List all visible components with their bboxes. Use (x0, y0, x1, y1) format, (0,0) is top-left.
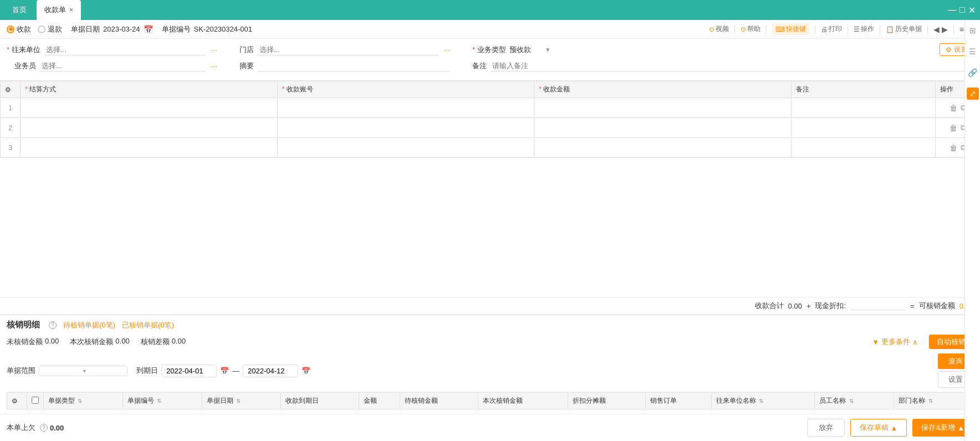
print-btn[interactable]: 🖨 打印 (821, 24, 842, 34)
store-more-btn[interactable]: ··· (443, 45, 450, 54)
cell-account-3[interactable] (277, 138, 534, 158)
range-field: 单据范围 ▾ (7, 366, 127, 376)
tab-receipt[interactable]: 收款单 × (37, 0, 81, 20)
history-btn[interactable]: 📋 历史单据 (886, 24, 922, 34)
sort-employee-icon[interactable]: ⇅ (849, 398, 854, 404)
counterparty-more-btn[interactable]: ··· (211, 45, 217, 54)
minimize-icon[interactable]: — (947, 5, 956, 15)
table-section: ⚙ * 结算方式 * 收款账号 * 收款金额 备注 操作 (0, 81, 980, 298)
next-arrow[interactable]: ▶ (942, 25, 948, 34)
number-field: 单据编号 SK-20230324-001 (162, 24, 253, 34)
receipt-type-radio-group: 收款 退款 (7, 24, 62, 34)
footer-balance: 本单上欠 ? 0.00 (7, 423, 64, 433)
radio-shoukuan[interactable]: 收款 (7, 24, 31, 34)
list-view-icon[interactable]: ≡ (959, 25, 964, 34)
radio-circle-tuikuan (38, 25, 45, 33)
sidebar-table-icon[interactable]: ⊞ (967, 24, 979, 37)
gear-icon: ⚙ (946, 46, 952, 54)
delete-row-2-icon[interactable]: 🗑 (950, 124, 957, 132)
close-window-icon[interactable]: ✕ (968, 5, 976, 16)
cell-remark-1[interactable] (791, 98, 935, 118)
calendar-from-icon[interactable]: 📅 (220, 367, 229, 375)
cell-amount-2[interactable] (534, 118, 792, 138)
cell-amount-1[interactable] (534, 98, 792, 118)
date-field: 单据日期 2023-03-24 📅 (71, 24, 153, 34)
sidebar-list-icon[interactable]: ☰ (967, 45, 979, 58)
shortcut-btn[interactable]: ⌨ 快捷键 (772, 23, 809, 35)
form-row-1: 往来单位 ··· 门店 ··· 业务类型 预收款 ▾ ⚙ 设置 (7, 43, 973, 56)
pending-tab[interactable]: 待核销单据(0笔) (63, 320, 115, 330)
tab-bar: 首页 收款单 × — □ ✕ (0, 0, 980, 20)
counterparty-input[interactable] (44, 44, 207, 55)
cell-amount-3[interactable] (534, 138, 792, 158)
cell-remark-3[interactable] (791, 138, 935, 158)
cell-settlement-1[interactable] (21, 98, 278, 118)
sort-counterparty-icon[interactable]: ⇅ (759, 398, 763, 404)
bottom-col-gear[interactable]: ⚙ (7, 393, 27, 409)
delete-row-3-icon[interactable]: 🗑 (950, 143, 957, 152)
summary-input[interactable] (257, 60, 450, 71)
cell-settlement-3[interactable] (21, 138, 278, 158)
maximize-icon[interactable]: □ (959, 5, 965, 15)
balance-info-icon[interactable]: ? (40, 424, 48, 432)
calendar-to-icon[interactable]: 📅 (302, 367, 310, 375)
tab-home[interactable]: 首页 (4, 0, 34, 20)
summary-row: 收款合计 0.00 + 现金折扣: = 可核销金额 0.00 (0, 298, 980, 315)
bottom-table: ⚙ 单据类型 ⇅ 单据编号 ⇅ 单据日期 (7, 392, 973, 409)
radio-tuikuan[interactable]: 退款 (38, 24, 62, 34)
cell-settlement-2[interactable] (21, 118, 278, 138)
salesperson-more-btn[interactable]: ··· (211, 61, 217, 70)
discount-label: 现金折扣: (815, 301, 846, 311)
store-input[interactable] (257, 44, 439, 55)
summary-field: 摘要 (239, 60, 450, 71)
right-sidebar: ⊞ ☰ 🔗 ⤢ (964, 20, 980, 441)
sidebar-expand-icon[interactable]: ⤢ (967, 88, 979, 100)
delete-row-1-icon[interactable]: 🗑 (950, 104, 957, 112)
sidebar-attachment-icon[interactable]: 🔗 (967, 66, 979, 79)
salesperson-input[interactable] (39, 60, 206, 71)
sort-date-icon[interactable]: ⇅ (236, 398, 241, 404)
cell-account-1[interactable] (277, 98, 534, 118)
help-btn[interactable]: ⊙ 帮助 (741, 24, 760, 34)
date-to-input[interactable] (243, 365, 298, 377)
table-row: 2 🗑 ⧉ (1, 118, 980, 138)
bottom-col-discount: 折扣分摊额 (568, 393, 646, 409)
filter-row: 单据范围 ▾ 到期日 📅 — 📅 查询 设置 (7, 353, 973, 388)
toolbar-row: 收款 退款 单据日期 2023-03-24 📅 单据编号 SK-20230324… (0, 20, 980, 39)
remark-input[interactable] (490, 60, 973, 71)
sort-type-icon[interactable]: ⇅ (78, 398, 82, 404)
cell-remark-2[interactable] (791, 118, 935, 138)
operations-btn[interactable]: ☰ 操作 (854, 24, 874, 34)
due-date-field: 到期日 📅 — 📅 (136, 365, 310, 377)
sort-dept-icon[interactable]: ⇅ (928, 398, 933, 404)
discount-input[interactable] (850, 301, 906, 310)
draft-btn[interactable]: 保存草稿 ▲ (850, 419, 907, 437)
date-from-input[interactable] (161, 365, 217, 377)
total-label: 收款合计 (755, 301, 784, 311)
select-all-checkbox[interactable] (32, 397, 39, 404)
save-new-arrow-icon: ▲ (957, 424, 964, 432)
abandon-btn[interactable]: 放弃 (807, 419, 845, 437)
dropdown-arrow[interactable]: ▾ (546, 45, 550, 54)
cell-account-2[interactable] (277, 118, 534, 138)
tab-close-icon[interactable]: × (69, 6, 73, 14)
range-select[interactable]: ▾ (39, 366, 127, 376)
total-value: 0.00 (788, 302, 802, 310)
range-arrow-icon: ▾ (83, 368, 122, 374)
more-conditions-btn[interactable]: ▼ 更多条件 ∧ (872, 337, 918, 347)
sort-number-icon[interactable]: ⇅ (157, 398, 161, 404)
reconcile-info-icon[interactable]: ? (49, 321, 57, 329)
filter-icon: ▼ (872, 338, 879, 346)
bottom-col-type: 单据类型 ⇅ (44, 393, 123, 409)
diff-stat: 核销差额 0.00 (141, 337, 186, 347)
col-gear[interactable]: ⚙ (1, 81, 21, 98)
bottom-col-checkbox[interactable] (27, 393, 44, 409)
prev-arrow[interactable]: ◀ (933, 25, 940, 34)
done-tab[interactable]: 已核销单据(0笔) (122, 320, 174, 330)
form-area: 往来单位 ··· 门店 ··· 业务类型 预收款 ▾ ⚙ 设置 (0, 39, 980, 81)
bottom-col-date: 单据日期 ⇅ (202, 393, 281, 409)
calendar-icon[interactable]: 📅 (144, 25, 153, 34)
bottom-col-sales-order: 销售订单 (646, 393, 711, 409)
video-btn[interactable]: ⊙ 视频 (709, 24, 729, 34)
reconcile-title: 核销明细 (7, 320, 40, 330)
